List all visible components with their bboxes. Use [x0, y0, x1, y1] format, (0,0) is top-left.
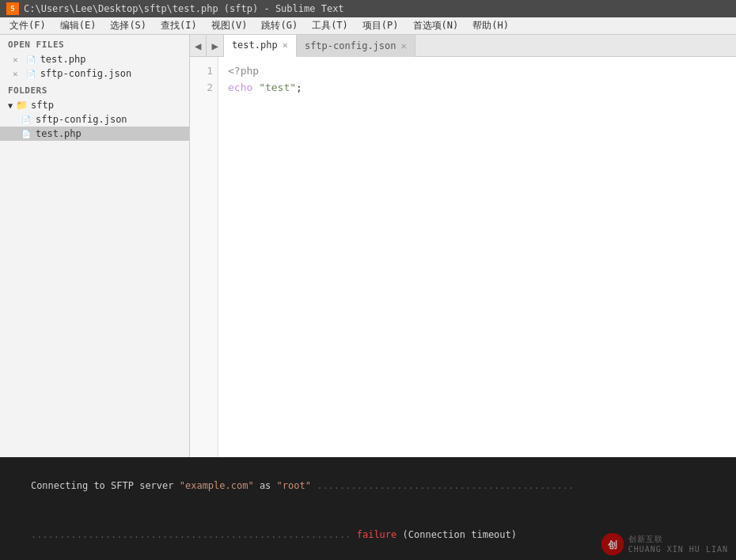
tab-next-button[interactable]: ▶ — [207, 35, 223, 57]
code-line2: echo "test"; — [228, 81, 302, 93]
menu-find[interactable]: 查找(I) — [154, 17, 203, 34]
test-string: "test" — [259, 81, 296, 93]
sidebar-folder-sftp-label: sftp — [31, 100, 54, 111]
close-icon-test-php[interactable]: ✕ — [13, 55, 18, 65]
log2-tail: (Connection timeout) — [396, 529, 517, 540]
titlebar: S C:\Users\Lee\Desktop\sftp\test.php (sf… — [0, 0, 736, 17]
sidebar-open-file-sftp-config[interactable]: ✕ 📄 sftp-config.json — [0, 66, 189, 81]
sidebar-file-test-php[interactable]: 📄 test.php — [0, 127, 189, 141]
sidebar-folder-sftp[interactable]: ▼ 📁 sftp — [0, 98, 189, 112]
line-number-2: 2 — [196, 80, 213, 96]
code-content[interactable]: <?php echo "test"; — [218, 57, 736, 457]
log1-as: as — [254, 480, 277, 491]
log2-suffix — [351, 529, 356, 540]
file-icon-sftp-config: 📄 — [25, 68, 36, 79]
sidebar-open-file-test-php-label: test.php — [40, 54, 86, 65]
watermark: 创 创新互联 CHUANG XIN HU LIAN — [601, 533, 728, 555]
tab-bar: ◀ ▶ test.php ✕ sftp-config.json ✕ — [190, 35, 736, 57]
file-icon-test-php: 📄 — [25, 54, 36, 65]
log1-dots: ........................................… — [311, 480, 574, 491]
code-area: 1 2 <?php echo "test"; — [190, 57, 736, 457]
log1-prefix: Connecting to SFTP server — [31, 480, 180, 491]
menu-prefs[interactable]: 首选项(N) — [407, 17, 465, 34]
folder-icon: 📁 — [16, 100, 28, 111]
open-files-label: OPEN FILES — [0, 35, 189, 52]
sidebar-open-file-test-php[interactable]: ✕ 📄 test.php — [0, 52, 189, 66]
sidebar-file-test-php-label: test.php — [36, 128, 82, 139]
bottom-panel: Connecting to SFTP server "example.com" … — [0, 457, 736, 560]
log1-user: "root" — [277, 480, 311, 491]
triangle-down-icon: ▼ — [8, 101, 13, 110]
tab-sftp-config[interactable]: sftp-config.json ✕ — [297, 35, 415, 57]
log-line-1: Connecting to SFTP server "example.com" … — [8, 462, 728, 510]
menubar: 文件(F) 编辑(E) 选择(S) 查找(I) 视图(V) 跳转(G) 工具(T… — [0, 17, 736, 35]
sidebar-open-file-sftp-config-label: sftp-config.json — [40, 68, 132, 79]
log1-server: "example.com" — [180, 480, 254, 491]
file-icon-test-php-folder: 📄 — [21, 128, 32, 139]
window-title: C:\Users\Lee\Desktop\sftp\test.php (sftp… — [24, 3, 344, 14]
close-icon-sftp-config[interactable]: ✕ — [13, 69, 18, 79]
menu-edit[interactable]: 编辑(E) — [54, 17, 103, 34]
line-numbers: 1 2 — [190, 57, 218, 457]
menu-file[interactable]: 文件(F) — [3, 17, 52, 34]
semicolon: ; — [296, 81, 302, 93]
folders-label: FOLDERS — [0, 81, 189, 98]
menu-view[interactable]: 视图(V) — [205, 17, 254, 34]
sidebar: OPEN FILES ✕ 📄 test.php ✕ 📄 sftp-config.… — [0, 35, 190, 457]
tab-prev-button[interactable]: ◀ — [190, 35, 207, 57]
sidebar-file-sftp-config-json-label: sftp-config.json — [36, 114, 127, 125]
tab-test-php-close[interactable]: ✕ — [283, 40, 288, 51]
app-icon: S — [6, 2, 19, 15]
echo-keyword: echo — [228, 81, 252, 93]
tab-sftp-config-close[interactable]: ✕ — [401, 40, 407, 51]
log2-dots: ........................................… — [31, 529, 351, 540]
menu-select[interactable]: 选择(S) — [104, 17, 153, 34]
svg-text:创: 创 — [607, 539, 617, 551]
menu-project[interactable]: 项目(P) — [356, 17, 405, 34]
menu-tools[interactable]: 工具(T) — [305, 17, 355, 34]
tab-sftp-config-label: sftp-config.json — [305, 40, 396, 51]
watermark-line2: CHUANG XIN HU LIAN — [628, 544, 728, 554]
php-open-tag: <?php — [228, 65, 259, 77]
sidebar-file-sftp-config-json[interactable]: 📄 sftp-config.json — [0, 112, 189, 127]
menu-goto[interactable]: 跳转(G) — [255, 17, 304, 34]
tab-test-php-label: test.php — [232, 40, 278, 51]
watermark-logo: 创 — [601, 533, 624, 555]
tab-test-php[interactable]: test.php ✕ — [224, 35, 297, 57]
line-number-1: 1 — [196, 63, 213, 80]
editor-area: ◀ ▶ test.php ✕ sftp-config.json ✕ 1 2 <?… — [190, 35, 736, 457]
log2-failure: failure — [357, 529, 397, 540]
watermark-text: 创新互联 CHUANG XIN HU LIAN — [628, 534, 728, 554]
menu-help[interactable]: 帮助(H) — [466, 17, 515, 34]
watermark-line1: 创新互联 — [628, 534, 728, 544]
file-icon-sftp-config-json: 📄 — [21, 114, 32, 125]
main-area: OPEN FILES ✕ 📄 test.php ✕ 📄 sftp-config.… — [0, 35, 736, 457]
